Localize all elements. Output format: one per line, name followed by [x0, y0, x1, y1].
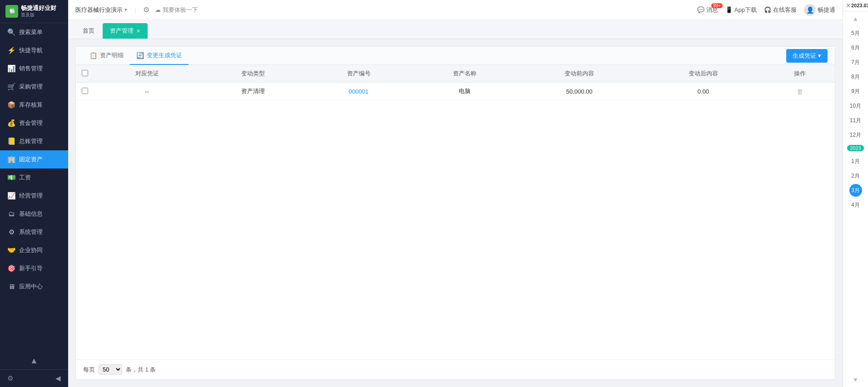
month-label[interactable]: 8月 [843, 70, 868, 83]
month-label[interactable]: 1月 [843, 155, 868, 168]
month-label[interactable]: 7月 [843, 56, 868, 69]
sidebar-item-system[interactable]: ⚙ 系统管理 [0, 223, 68, 241]
month-label[interactable]: 9月 [843, 85, 868, 98]
sidebar-item-label: 资金管理 [19, 119, 43, 127]
month-feb[interactable]: 2月 [843, 169, 868, 183]
quicknav-icon: ⚡ [7, 46, 15, 55]
sidebar-item-payroll[interactable]: 💵 工资 [0, 169, 68, 187]
sidebar-item-purchase[interactable]: 🛒 采购管理 [0, 78, 68, 96]
month-aug[interactable]: 8月 [843, 69, 868, 84]
month-nov[interactable]: 11月 [843, 113, 868, 128]
sidebar-item-label: 企业协同 [19, 246, 43, 254]
col-action: 操作 [765, 65, 835, 83]
month-sep[interactable]: 9月 [843, 84, 868, 99]
sidebar-item-label: 库存核算 [19, 101, 43, 109]
sidebar-item-sales[interactable]: 📊 销售管理 [0, 60, 68, 78]
tab-assets[interactable]: 资产管理 ✕ [103, 23, 148, 39]
sidebar-item-ledger[interactable]: 📒 总账管理 [0, 132, 68, 150]
month-mar[interactable]: 3月 [843, 183, 868, 198]
company-selector[interactable]: 医疗器械行业演示 ▾ [75, 6, 127, 14]
fixedassets-icon: 🏢 [7, 155, 15, 164]
card-tab-detail[interactable]: 📋 资产明细 [83, 47, 130, 65]
month-jan[interactable]: 1月 [843, 154, 868, 169]
sidebar-item-inventory[interactable]: 📦 库存核算 [0, 96, 68, 114]
month-label[interactable]: 11月 [843, 114, 868, 127]
sidebar-item-operations[interactable]: 📈 经营管理 [0, 187, 68, 205]
per-page-select[interactable]: 50 20 100 [99, 364, 122, 375]
sidebar-item-label: 基础信息 [19, 210, 43, 218]
support-label: 在线客服 [773, 6, 797, 14]
sidebar-item-appstore[interactable]: 🖥 应用中心 [0, 278, 68, 296]
sidebar-item-funds[interactable]: 💰 资金管理 [0, 114, 68, 132]
voucher-tab-label: 变更生成凭证 [147, 51, 182, 60]
user-menu[interactable]: 👤 畅捷通 [804, 4, 835, 16]
month-may[interactable]: 5月 [843, 26, 868, 40]
sidebar-item-collab[interactable]: 🤝 企业协同 [0, 241, 68, 259]
tab-home[interactable]: 首页 [75, 23, 102, 39]
sidebar-item-label: 系统管理 [19, 228, 43, 236]
generate-voucher-button[interactable]: 生成凭证 ▾ [786, 49, 828, 63]
right-panel-scroll: 5月 6月 7月 8月 9月 10月 11月 12月 2023 1月 2月 3月… [843, 26, 868, 372]
sidebar-item-basicinfo[interactable]: 🗂 基础信息 [0, 205, 68, 223]
settings-icon[interactable]: ⚙ [7, 374, 13, 382]
panel-close-button[interactable]: ✕ [846, 2, 851, 9]
col-after-change: 变动后内容 [641, 65, 765, 83]
chevron-down-icon: ▾ [818, 52, 821, 59]
delete-icon[interactable]: 🗑 [797, 88, 804, 95]
messages-btn[interactable]: 💬 消息 99+ [697, 6, 718, 14]
scroll-down-icon[interactable]: ▼ [853, 374, 859, 385]
select-all-checkbox[interactable] [82, 70, 88, 76]
month-label[interactable]: 5月 [843, 27, 868, 40]
card-tab-voucher[interactable]: 🔄 变更生成凭证 [130, 47, 188, 65]
tab-close-icon[interactable]: ✕ [136, 28, 140, 34]
sidebar-scroll-up-btn[interactable]: ▲ [0, 354, 68, 367]
sidebar-item-quicknav[interactable]: ⚡ 快捷导航 [0, 41, 68, 60]
support-btn[interactable]: 🎧 在线客服 [764, 6, 797, 14]
logo-icon: 畅 [5, 5, 18, 18]
headset-icon: 🎧 [764, 6, 771, 13]
sidebar-item-guide[interactable]: 🎯 新手引导 [0, 259, 68, 278]
avatar: 👤 [804, 4, 816, 16]
month-jul[interactable]: 7月 [843, 55, 868, 69]
month-label[interactable]: 2月 [843, 169, 868, 182]
topbar-settings-icon[interactable]: ⚙ [143, 5, 149, 14]
month-label[interactable]: 12月 [843, 129, 868, 141]
row-checkbox-cell[interactable] [76, 83, 94, 100]
month-label-active[interactable]: 3月 [849, 184, 862, 197]
month-oct[interactable]: 10月 [843, 99, 868, 113]
appstore-icon: 🖥 [7, 283, 15, 290]
month-apr[interactable]: 4月 [843, 198, 868, 212]
sidebar: 畅 畅捷通好业财 普及版 🔍 搜索菜单 ⚡ 快捷导航 📊 销售管理 🛒 采购管理… [0, 0, 68, 387]
col-change-type: 变动类型 [200, 65, 306, 83]
year-badge: 2023 [847, 145, 863, 151]
collapse-icon[interactable]: ◀ [55, 374, 61, 382]
cell-before-change: 50,000.00 [517, 83, 641, 100]
scroll-up-area[interactable]: ▲ [853, 11, 859, 26]
year-badge-row: 2023 [843, 142, 868, 154]
experience-btn[interactable]: ☁ 我要体验一下 [155, 6, 198, 14]
sidebar-scroll-up[interactable]: ▲ [0, 352, 68, 369]
sidebar-item-search[interactable]: 🔍 搜索菜单 [0, 23, 68, 41]
sidebar-item-label: 新手引导 [19, 264, 43, 273]
sidebar-item-fixedassets[interactable]: 🏢 固定资产 [0, 150, 68, 169]
sidebar-item-label: 工资 [19, 174, 31, 182]
select-all-header[interactable] [76, 65, 94, 83]
month-label[interactable]: 10月 [843, 99, 868, 112]
download-btn[interactable]: 📱 App下载 [725, 6, 757, 14]
table-body: -- 资产清理 000001 电脑 50,000.00 0.00 🗑 [76, 83, 835, 100]
table-header-row: 对应凭证 变动类型 资产编号 资产名称 变动前内容 变动后内容 操作 [76, 65, 835, 83]
month-label[interactable]: 6月 [843, 41, 868, 54]
cell-change-type: 资产清理 [200, 83, 306, 100]
row-checkbox[interactable] [82, 88, 88, 94]
sidebar-item-label: 经营管理 [19, 192, 43, 200]
payroll-icon: 💵 [7, 174, 15, 182]
month-label[interactable]: 4月 [843, 198, 868, 211]
scroll-up-icon[interactable]: ▲ [853, 13, 859, 24]
scroll-down-area[interactable]: ▼ [853, 372, 859, 387]
month-dec[interactable]: 12月 [843, 128, 868, 142]
user-icon: 👤 [806, 6, 814, 14]
search-icon: 🔍 [7, 28, 15, 36]
home-tab-label: 首页 [83, 27, 94, 35]
month-jun[interactable]: 6月 [843, 40, 868, 55]
cell-action[interactable]: 🗑 [765, 83, 835, 100]
